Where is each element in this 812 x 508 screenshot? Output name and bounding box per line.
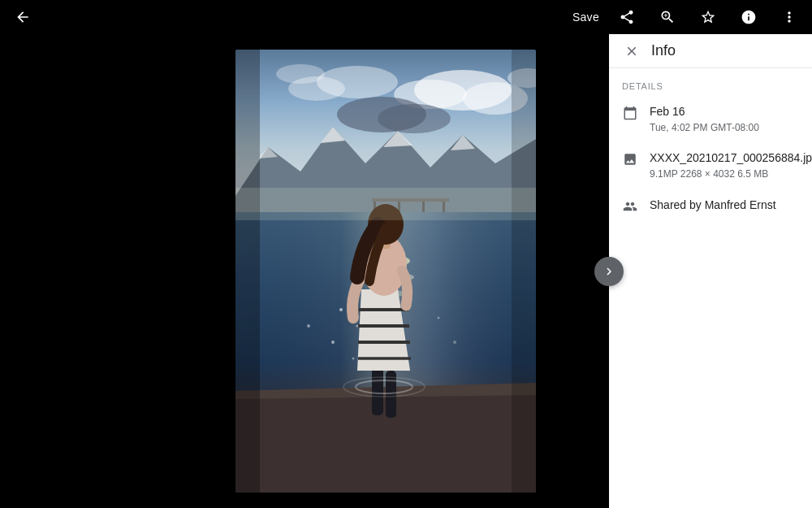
file-name: XXXX_20210217_000256884.jpg — [650, 150, 812, 167]
panel-header: Info — [609, 34, 812, 68]
photo-area — [162, 34, 609, 508]
toolbar-left — [10, 4, 572, 30]
back-button[interactable] — [10, 4, 36, 30]
toolbar-actions: Save — [572, 4, 802, 30]
panel-body: DETAILS Feb 16 Tue, 4:02 PM GMT-08:00 — [609, 68, 812, 508]
shared-by: Shared by Manfred Ernst — [650, 198, 799, 214]
file-detail-row: XXXX_20210217_000256884.jpg 9.1MP 2268 ×… — [622, 150, 799, 180]
date-sub: Tue, 4:02 PM GMT-08:00 — [650, 121, 799, 135]
shared-detail-content: Shared by Manfred Ernst — [650, 198, 799, 214]
date-detail-row: Feb 16 Tue, 4:02 PM GMT-08:00 — [622, 104, 799, 134]
people-icon — [622, 198, 638, 215]
svg-point-9 — [378, 104, 451, 133]
svg-rect-49 — [235, 188, 536, 220]
svg-point-28 — [352, 358, 355, 360]
svg-point-6 — [276, 64, 325, 84]
info-panel: Info DETAILS Feb 16 Tue, 4:02 PM GMT-08:… — [609, 34, 812, 508]
details-section-label: DETAILS — [622, 81, 799, 91]
svg-rect-35 — [372, 367, 383, 415]
panel-title: Info — [651, 42, 799, 59]
toolbar: Save — [0, 0, 812, 34]
save-button[interactable]: Save — [572, 11, 599, 24]
more-button[interactable] — [776, 4, 802, 30]
file-info: 9.1MP 2268 × 4032 6.5 MB — [650, 167, 812, 181]
info-button[interactable] — [736, 4, 762, 30]
share-button[interactable] — [614, 4, 640, 30]
svg-rect-47 — [235, 50, 260, 493]
next-button[interactable] — [594, 257, 624, 286]
zoom-button[interactable] — [654, 4, 680, 30]
svg-rect-48 — [512, 50, 536, 493]
svg-point-30 — [307, 324, 310, 328]
close-button[interactable] — [622, 41, 641, 61]
date-main: Feb 16 — [650, 104, 799, 120]
svg-point-27 — [331, 341, 335, 344]
shared-detail-row: Shared by Manfred Ernst — [622, 198, 799, 215]
star-button[interactable] — [695, 4, 721, 30]
photo-container — [235, 50, 536, 493]
date-detail-content: Feb 16 Tue, 4:02 PM GMT-08:00 — [650, 104, 799, 134]
image-icon — [622, 151, 638, 167]
left-padding — [0, 34, 162, 508]
svg-point-31 — [438, 317, 440, 319]
file-detail-content: XXXX_20210217_000256884.jpg 9.1MP 2268 ×… — [650, 150, 812, 180]
main-content: Info DETAILS Feb 16 Tue, 4:02 PM GMT-08:… — [0, 34, 812, 508]
svg-point-25 — [339, 308, 343, 311]
calendar-icon — [622, 105, 638, 121]
svg-point-32 — [453, 341, 456, 344]
